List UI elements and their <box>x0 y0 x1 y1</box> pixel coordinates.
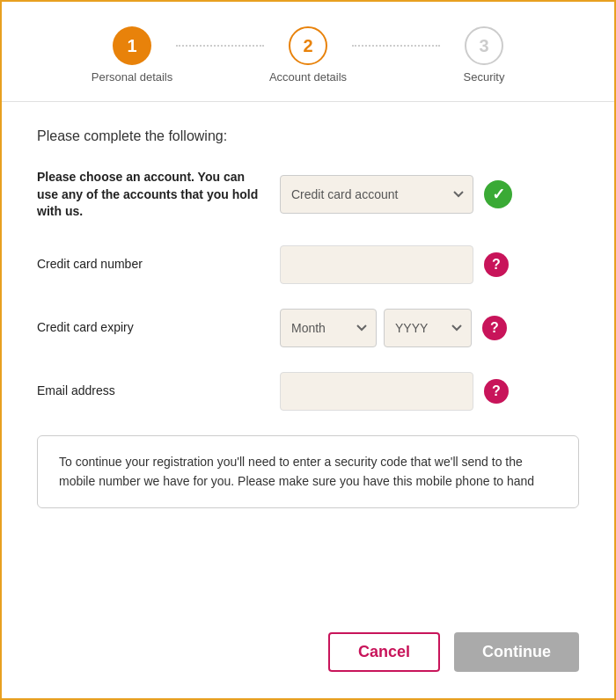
month-select[interactable]: Month January February March April May J… <box>280 309 377 347</box>
step-3-circle: 3 <box>465 26 503 65</box>
year-select[interactable]: YYYY 2024 2025 2026 2027 2028 2029 2030 <box>384 309 472 347</box>
credit-number-input[interactable] <box>280 245 473 284</box>
email-row: Email address <box>37 372 579 411</box>
account-row: Please choose an account. You can use an… <box>37 169 579 221</box>
email-input-area <box>280 372 579 411</box>
email-label: Email address <box>37 383 266 400</box>
credit-number-row: Credit card number <box>37 245 579 284</box>
expiry-group: Month January February March April May J… <box>280 309 472 347</box>
expiry-label: Credit card expiry <box>37 319 266 337</box>
step-1: 1 Personal details <box>88 26 176 84</box>
continue-button[interactable]: Continue <box>454 632 579 672</box>
credit-number-input-area <box>280 245 579 284</box>
expiry-help-icon[interactable] <box>482 316 507 340</box>
step-dots-1 <box>176 45 264 47</box>
step-2: 2 Account details <box>264 26 352 84</box>
section-title: Please complete the following: <box>37 128 579 144</box>
account-select[interactable]: Credit card account <box>280 175 473 214</box>
info-box: To continue your registration you'll nee… <box>37 435 579 508</box>
step-2-label: Account details <box>269 70 347 84</box>
step-3: 3 Security <box>440 26 528 84</box>
step-2-circle: 2 <box>289 26 327 65</box>
cancel-button[interactable]: Cancel <box>328 632 440 672</box>
step-1-label: Personal details <box>92 70 173 84</box>
check-icon <box>484 180 512 208</box>
button-row: Cancel Continue <box>2 623 614 698</box>
account-input-area: Credit card account <box>280 175 579 214</box>
stepper: 1 Personal details 2 Account details 3 S… <box>2 2 614 102</box>
credit-number-label: Credit card number <box>37 256 266 273</box>
step-1-circle: 1 <box>113 26 151 65</box>
email-help-icon[interactable] <box>484 379 509 404</box>
page-container: 1 Personal details 2 Account details 3 S… <box>0 0 616 700</box>
email-input[interactable] <box>280 372 473 411</box>
main-content: Please complete the following: Please ch… <box>2 102 614 623</box>
credit-number-help-icon[interactable] <box>484 252 509 277</box>
step-dots-2 <box>352 45 440 47</box>
info-text: To continue your registration you'll nee… <box>59 455 534 488</box>
expiry-input-area: Month January February March April May J… <box>280 309 579 347</box>
account-label: Please choose an account. You can use an… <box>37 169 266 221</box>
expiry-row: Credit card expiry Month January Februar… <box>37 309 579 347</box>
step-3-label: Security <box>464 70 505 84</box>
